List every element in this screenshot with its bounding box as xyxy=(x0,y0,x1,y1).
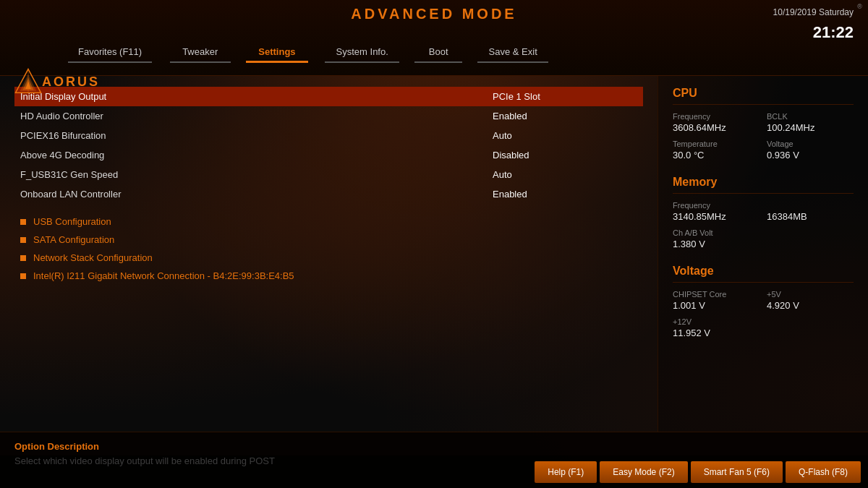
settings-panel: Initial Display OutputPCIe 1 SlotHD Audi… xyxy=(0,76,658,432)
setting-row[interactable]: Onboard LAN ControllerEnabled xyxy=(14,184,643,204)
nav-tab-save-&-exit[interactable]: Save & Exit xyxy=(469,40,558,63)
cpu-temperature: Temperature 30.0 °C xyxy=(673,140,760,161)
setting-row[interactable]: PCIEX16 BifurcationAuto xyxy=(14,126,643,145)
header: ADVANCED MODE 10/19/2019 Saturday 21:22 … xyxy=(0,0,868,76)
submenu-section: USB ConfigurationSATA ConfigurationNetwo… xyxy=(14,213,643,285)
submenu-bullet-icon xyxy=(20,219,26,225)
cpu-bclk-value: 100.24MHz xyxy=(767,122,814,133)
cpu-voltage-value: 0.936 V xyxy=(767,150,799,160)
setting-row[interactable]: HD Audio ControllerEnabled xyxy=(14,106,643,126)
footer-button-help--f1-[interactable]: Help (F1) xyxy=(535,461,597,483)
memory-title: Memory xyxy=(673,176,854,194)
submenu-label: Intel(R) I211 Gigabit Network Connection… xyxy=(33,270,294,281)
copyright: ® xyxy=(857,3,862,10)
setting-value: Auto xyxy=(493,169,637,180)
submenu-item[interactable]: SATA Configuration xyxy=(14,231,643,249)
submenu-item[interactable]: Network Stack Configuration xyxy=(14,249,643,267)
memory-size-label xyxy=(767,201,854,210)
voltage-info-grid: CHIPSET Core 1.001 V +5V 4.920 V +12V 11… xyxy=(673,290,854,339)
cpu-frequency-label: Frequency xyxy=(673,112,760,121)
submenu-label: Network Stack Configuration xyxy=(33,252,153,263)
cpu-title: CPU xyxy=(673,87,854,105)
chipset-core-label: CHIPSET Core xyxy=(673,290,760,299)
plus5v: +5V 4.920 V xyxy=(767,290,854,312)
header-top: ADVANCED MODE 10/19/2019 Saturday 21:22 … xyxy=(0,0,868,28)
nav-tab-settings[interactable]: Settings xyxy=(238,40,315,63)
memory-chvolt-label: Ch A/B Volt xyxy=(673,228,854,237)
aorus-icon xyxy=(14,68,42,95)
setting-row[interactable]: Above 4G DecodingDisabled xyxy=(14,145,643,165)
plus12v: +12V 11.952 V xyxy=(673,317,854,339)
setting-row[interactable]: Initial Display OutputPCIe 1 Slot xyxy=(14,87,643,106)
voltage-section: Voltage CHIPSET Core 1.001 V +5V 4.920 V… xyxy=(673,265,854,339)
memory-info-grid: Frequency 3140.85MHz 16384MB Ch A/B Volt… xyxy=(673,201,854,250)
nav-tab-system-info.[interactable]: System Info. xyxy=(316,40,409,63)
submenu-item[interactable]: Intel(R) I211 Gigabit Network Connection… xyxy=(14,267,643,285)
cpu-section: CPU Frequency 3608.64MHz BCLK 100.24MHz … xyxy=(673,87,854,161)
submenu-label: SATA Configuration xyxy=(33,234,114,245)
chipset-core-value: 1.001 V xyxy=(673,300,705,311)
submenu-bullet-icon xyxy=(20,255,26,261)
memory-chvolt-value: 1.380 V xyxy=(673,239,705,249)
footer-buttons: Help (F1)Easy Mode (F2)Smart Fan 5 (F6)Q… xyxy=(0,455,868,488)
page-title: ADVANCED MODE xyxy=(351,6,516,22)
main-content: Initial Display OutputPCIe 1 SlotHD Audi… xyxy=(0,76,868,432)
plus5v-label: +5V xyxy=(767,290,854,299)
setting-name: Above 4G Decoding xyxy=(20,150,493,160)
memory-chvolt: Ch A/B Volt 1.380 V xyxy=(673,228,854,250)
logo-area: AORUS xyxy=(14,68,100,95)
memory-size-value: 16384MB xyxy=(767,211,807,222)
setting-value: Auto xyxy=(493,130,637,141)
setting-name: HD Audio Controller xyxy=(20,111,493,121)
footer-button-smart-fan-5--f6-[interactable]: Smart Fan 5 (F6) xyxy=(691,461,783,483)
chipset-core: CHIPSET Core 1.001 V xyxy=(673,290,760,312)
memory-frequency-value: 3140.85MHz xyxy=(673,211,726,222)
footer-button-easy-mode--f2-[interactable]: Easy Mode (F2) xyxy=(600,461,687,483)
logo-text: AORUS xyxy=(42,74,100,90)
nav-tab-favorites-(f11)[interactable]: Favorites (F11) xyxy=(58,40,162,63)
submenu-item[interactable]: USB Configuration xyxy=(14,213,643,231)
setting-value: Enabled xyxy=(493,111,637,121)
setting-name: F_USB31C Gen Speed xyxy=(20,169,493,180)
plus12v-value: 11.952 V xyxy=(673,328,710,338)
cpu-bclk-label: BCLK xyxy=(767,112,854,121)
right-panel: CPU Frequency 3608.64MHz BCLK 100.24MHz … xyxy=(658,76,868,432)
cpu-info-grid: Frequency 3608.64MHz BCLK 100.24MHz Temp… xyxy=(673,112,854,161)
setting-value: Enabled xyxy=(493,189,637,200)
memory-frequency: Frequency 3140.85MHz xyxy=(673,201,760,223)
cpu-frequency-value: 3608.64MHz xyxy=(673,122,726,133)
cpu-voltage-label: Voltage xyxy=(767,140,854,148)
footer-button-q-flash--f8-[interactable]: Q-Flash (F8) xyxy=(786,461,861,483)
description-title: Option Description xyxy=(14,441,854,452)
setting-name: PCIEX16 Bifurcation xyxy=(20,130,493,141)
date-display: 10/19/2019 Saturday xyxy=(773,6,854,20)
plus12v-label: +12V xyxy=(673,317,854,326)
setting-name: Onboard LAN Controller xyxy=(20,189,493,200)
nav-tab-tweaker[interactable]: Tweaker xyxy=(162,40,238,63)
setting-row[interactable]: F_USB31C Gen SpeedAuto xyxy=(14,165,643,184)
submenu-bullet-icon xyxy=(20,273,26,279)
memory-size: 16384MB xyxy=(767,201,854,223)
cpu-temperature-label: Temperature xyxy=(673,140,760,148)
memory-frequency-label: Frequency xyxy=(673,201,760,210)
cpu-frequency: Frequency 3608.64MHz xyxy=(673,112,760,134)
memory-section: Memory Frequency 3140.85MHz 16384MB Ch A… xyxy=(673,176,854,250)
setting-value: Disabled xyxy=(493,150,637,160)
cpu-bclk: BCLK 100.24MHz xyxy=(767,112,854,134)
submenu-bullet-icon xyxy=(20,237,26,243)
nav-tab-boot[interactable]: Boot xyxy=(409,40,469,63)
cpu-temperature-value: 30.0 °C xyxy=(673,150,705,160)
cpu-voltage: Voltage 0.936 V xyxy=(767,140,854,161)
setting-value: PCIe 1 Slot xyxy=(493,91,637,102)
submenu-label: USB Configuration xyxy=(33,216,111,227)
voltage-title: Voltage xyxy=(673,265,854,283)
plus5v-value: 4.920 V xyxy=(767,300,799,311)
